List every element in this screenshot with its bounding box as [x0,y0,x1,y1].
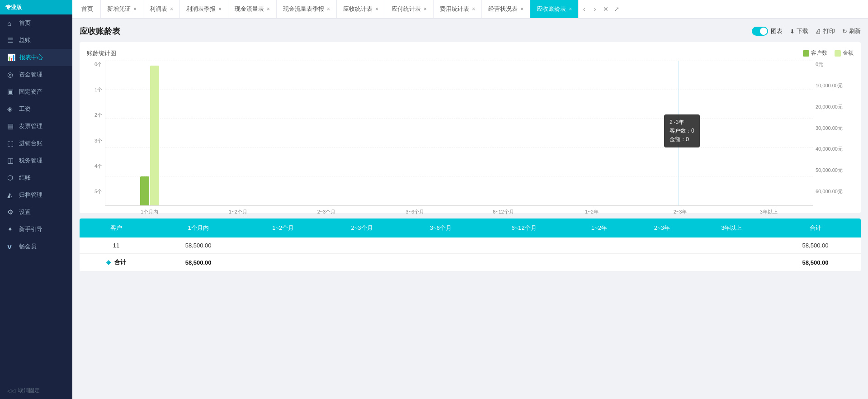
cell-1month: 58,500.00 [153,238,244,254]
sidebar-item-guide[interactable]: ✦ 新手引导 [0,221,72,238]
tab-cashflow[interactable]: 现金流量表 × [228,0,277,18]
total-icon: ◈ [106,259,111,266]
sidebar-item-label: 税务管理 [19,157,42,165]
y-left-label: 3个 [94,138,102,144]
sidebar-item-tax[interactable]: ◫ 税务管理 [0,152,72,169]
tab-profit[interactable]: 利润表 × [143,0,180,18]
bars-area [105,61,813,205]
sidebar-item-label: 工资 [19,105,31,113]
y-right-label: 30,000.00元 [816,125,843,132]
sidebar-item-settings[interactable]: ⚙ 设置 [0,204,72,221]
tab-close-icon[interactable]: × [218,6,222,12]
tab-expense-stat[interactable]: 费用统计表 × [434,0,482,18]
tab-label: 经营状况表 [488,5,518,13]
data-table: 客户 1个月内 1~2个月 2~3个月 3~6个月 6~12个月 1~2年 2~… [80,218,861,271]
sidebar-item-label: 新手引导 [19,225,42,233]
tab-cashflow-quarter[interactable]: 现金流量表季报 × [277,0,337,18]
invoice-icon: ▤ [7,122,15,130]
sidebar-item-vip[interactable]: V 畅会员 [0,238,72,255]
sidebar-item-archive[interactable]: ◭ 归档管理 [0,186,72,204]
tab-close-icon[interactable]: × [170,6,173,12]
refresh-icon: ↻ [842,28,847,35]
total-3-6month [401,254,480,271]
content-area: 应收账龄表 图表 ⬇ 下载 🖨 打印 ↻ 刷新 [72,19,868,399]
tab-operation[interactable]: 经营状况表 × [482,0,530,18]
tab-home[interactable]: 首页 [74,0,101,18]
sidebar-item-label: 固定资产 [19,88,42,96]
sidebar-item-purchase[interactable]: ⬚ 进销台账 [0,135,72,152]
tab-label: 现金流量表季报 [283,5,324,13]
y-right-label: 10,000.00元 [816,82,843,89]
tab-close-icon[interactable]: × [424,6,427,12]
tab-voucher[interactable]: 新增凭证 × [101,0,143,18]
total-total: 58,500.00 [770,254,861,271]
chart-container: 账龄统计图 客户数 金额 5个 4个 3个 2个 1个 [80,42,861,213]
sidebar-item-assets[interactable]: ▣ 固定资产 [0,83,72,100]
tab-profit-quarter[interactable]: 利润表季报 × [180,0,228,18]
download-button[interactable]: ⬇ 下载 [790,27,808,35]
cell-2-3month [322,238,401,254]
unpin-button[interactable]: ◁◁ 取消固定 [0,382,72,399]
refresh-label: 刷新 [849,27,861,35]
cell-customer: 11 [80,238,153,254]
col-6-12month: 6~12个月 [480,218,568,238]
download-icon: ⬇ [790,28,795,35]
cell-1-2year [568,238,631,254]
col-2-3year: 2~3年 [631,218,693,238]
col-customer: 客户 [80,218,153,238]
tab-close-icon[interactable]: × [375,6,378,12]
tab-label: 应收账龄表 [537,5,566,13]
sidebar-item-label: 总账 [19,36,31,44]
tab-maximize-button[interactable]: ⤢ [611,0,622,18]
sidebar-item-label: 进销台账 [19,139,42,147]
chart-title: 账龄统计图 [87,49,854,57]
tab-close-icon[interactable]: × [267,6,270,12]
tab-next-button[interactable]: › [590,0,600,18]
col-1-2year: 1~2年 [568,218,631,238]
tab-receivable-stat[interactable]: 应收统计表 × [337,0,385,18]
bar-group-6 [636,61,725,205]
bar-group-3 [371,61,459,205]
chart-toggle[interactable] [752,27,768,36]
tab-bar: 首页 新增凭证 × 利润表 × 利润表季报 × 现金流量表 × 现金流量表季报 … [72,0,868,19]
bar-group-4 [459,61,548,205]
cell-3year-plus [693,238,770,254]
tab-label: 费用统计表 [440,5,469,13]
tab-close-icon[interactable]: × [472,6,475,12]
tab-label: 利润表 [150,5,167,13]
reports-icon: 📊 [7,53,16,62]
x-label-1: 1~2个月 [194,209,283,215]
tab-payable-stat[interactable]: 应付统计表 × [385,0,434,18]
tab-close-icon[interactable]: × [133,6,137,12]
tab-close-icon[interactable]: × [327,6,330,12]
y-axis-left: 5个 4个 3个 2个 1个 0个 [87,61,105,206]
tab-aging[interactable]: 应收账龄表 × [530,0,579,18]
cell-total: 58,500.00 [770,238,861,254]
legend-amount: 金额 [835,49,854,57]
sidebar-item-ledger[interactable]: ☰ 总账 [0,32,72,49]
x-label-2: 2~3个月 [282,209,371,215]
tab-close-icon[interactable]: × [569,6,572,12]
tab-close-all-button[interactable]: ✕ [600,0,611,18]
sidebar-item-funds[interactable]: ◎ 资金管理 [0,66,72,83]
sidebar-item-home[interactable]: ⌂ 首页 [0,14,72,32]
total-1-2month [244,254,322,271]
tab-close-icon[interactable]: × [520,6,524,12]
sidebar-item-closing[interactable]: ⬡ 结账 [0,169,72,186]
app-logo: 专业版 [0,0,72,14]
total-3year-plus [693,254,770,271]
refresh-button[interactable]: ↻ 刷新 [842,27,861,35]
tab-prev-button[interactable]: ‹ [579,0,590,18]
sidebar-item-salary[interactable]: ◈ 工资 [0,100,72,118]
download-label: 下载 [797,27,808,35]
x-label-4: 6~12个月 [459,209,548,215]
y-left-label: 1个 [94,86,102,93]
legend-amount-label: 金额 [843,49,854,57]
sidebar-item-invoice[interactable]: ▤ 发票管理 [0,118,72,135]
sidebar-item-reports[interactable]: 📊 报表中心 [0,49,72,66]
print-icon: 🖨 [816,28,821,35]
tab-label: 现金流量表 [235,5,264,13]
sidebar-item-label: 报表中心 [19,53,43,62]
y-right-label: 60,000.00元 [816,188,843,195]
print-button[interactable]: 🖨 打印 [816,27,835,35]
